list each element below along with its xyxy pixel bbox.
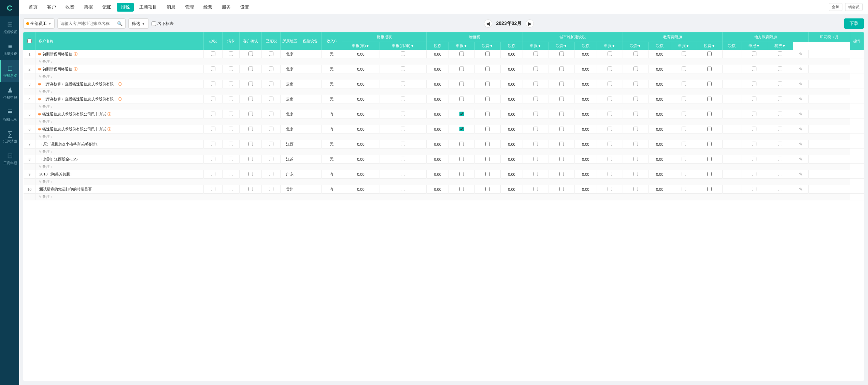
nav-biz[interactable]: 工商项目 <box>135 3 161 12</box>
city-declare-checkbox[interactable] <box>533 52 538 56</box>
stamp-declare-checkbox[interactable] <box>752 127 756 131</box>
clear-checkbox[interactable] <box>229 82 233 86</box>
info-icon[interactable]: ⓘ <box>118 97 122 102</box>
local-edu-declare-checkbox[interactable] <box>682 157 686 161</box>
city-fee-checkbox[interactable] <box>559 157 564 161</box>
local-edu-declare-checkbox[interactable] <box>682 97 686 101</box>
clear-checkbox[interactable] <box>229 142 233 146</box>
local-edu-fee-checkbox[interactable] <box>707 97 712 101</box>
edit-icon[interactable]: ✎ <box>799 172 803 177</box>
col-edu-fee[interactable]: 税费▼ <box>623 42 649 50</box>
vat-fee-checkbox[interactable] <box>485 112 490 116</box>
col-local-edu-fee[interactable]: 税费▼ <box>697 42 723 50</box>
stamp-declare-checkbox[interactable] <box>752 112 756 116</box>
paid-checkbox[interactable] <box>269 67 273 71</box>
paid-checkbox[interactable] <box>269 127 273 131</box>
sidebar-item-batch-tax[interactable]: ≡ 批量报税 <box>0 38 19 60</box>
city-fee-checkbox[interactable] <box>559 172 564 176</box>
edu-fee-checkbox[interactable] <box>634 82 638 86</box>
local-edu-fee-checkbox[interactable] <box>707 127 712 131</box>
nav-billing[interactable]: 收费 <box>61 3 79 12</box>
city-fee-checkbox[interactable] <box>559 97 564 101</box>
vat-declare-checkbox[interactable] <box>459 157 464 161</box>
stamp-declare-checkbox[interactable] <box>752 52 756 56</box>
local-edu-declare-checkbox[interactable] <box>682 127 686 131</box>
city-declare-checkbox[interactable] <box>533 97 538 101</box>
vat-fee-checkbox[interactable] <box>485 157 490 161</box>
nav-home[interactable]: 首页 <box>25 3 42 12</box>
local-edu-fee-checkbox[interactable] <box>707 52 712 56</box>
tax-copy-checkbox[interactable] <box>211 112 215 116</box>
quarterly-checkbox[interactable] <box>401 67 405 71</box>
tax-copy-checkbox[interactable] <box>211 97 215 101</box>
stamp-declare-checkbox[interactable] <box>752 67 756 71</box>
info-icon[interactable]: ⓘ <box>74 52 77 57</box>
confirm-checkbox[interactable] <box>248 112 253 116</box>
edit-icon[interactable]: ✎ <box>799 157 803 162</box>
info-icon[interactable]: ⓘ <box>118 82 122 87</box>
confirm-checkbox[interactable] <box>248 157 253 161</box>
edu-fee-checkbox[interactable] <box>634 97 638 101</box>
edu-declare-checkbox[interactable] <box>608 82 612 86</box>
edu-fee-checkbox[interactable] <box>634 157 638 161</box>
stamp-fee-checkbox[interactable] <box>778 172 782 176</box>
vat-fee-checkbox[interactable] <box>485 67 490 71</box>
city-fee-checkbox[interactable] <box>559 112 564 116</box>
local-edu-declare-checkbox[interactable] <box>682 67 686 71</box>
vat-fee-checkbox[interactable] <box>485 97 490 101</box>
local-edu-declare-checkbox[interactable] <box>682 187 686 191</box>
edu-declare-checkbox[interactable] <box>608 52 612 56</box>
tax-copy-checkbox[interactable] <box>211 82 215 86</box>
local-edu-declare-checkbox[interactable] <box>682 142 686 146</box>
edu-declare-checkbox[interactable] <box>608 112 612 116</box>
edit-icon[interactable]: ✎ <box>799 142 803 147</box>
local-edu-declare-checkbox[interactable] <box>682 52 686 56</box>
edu-declare-checkbox[interactable] <box>608 187 612 191</box>
stamp-fee-checkbox[interactable] <box>778 112 782 116</box>
tax-copy-checkbox[interactable] <box>211 157 215 161</box>
quarterly-checkbox[interactable] <box>401 172 405 176</box>
paid-checkbox[interactable] <box>269 187 273 191</box>
tax-copy-checkbox[interactable] <box>211 142 215 146</box>
info-icon[interactable]: ⓘ <box>108 112 111 117</box>
city-fee-checkbox[interactable] <box>559 127 564 131</box>
edu-fee-checkbox[interactable] <box>634 142 638 146</box>
edu-fee-checkbox[interactable] <box>634 127 638 131</box>
member-button[interactable]: 畅会员 <box>845 3 863 11</box>
name-table-checkbox[interactable] <box>152 22 156 26</box>
city-fee-checkbox[interactable] <box>559 82 564 86</box>
local-edu-fee-checkbox[interactable] <box>707 67 712 71</box>
city-declare-checkbox[interactable] <box>533 127 538 131</box>
search-box[interactable]: 🔍 <box>57 18 126 29</box>
nav-service[interactable]: 服务 <box>218 3 235 12</box>
fullscreen-button[interactable]: 全屏 <box>829 3 842 11</box>
stamp-declare-checkbox[interactable] <box>752 187 756 191</box>
quarterly-checkbox[interactable] <box>401 142 405 146</box>
vat-declare-checkbox[interactable] <box>459 142 464 146</box>
city-fee-checkbox[interactable] <box>559 67 564 71</box>
stamp-fee-checkbox[interactable] <box>778 82 782 86</box>
local-edu-fee-checkbox[interactable] <box>707 157 712 161</box>
local-edu-declare-checkbox[interactable] <box>682 172 686 176</box>
vat-declare-checkbox[interactable] <box>459 187 464 191</box>
clear-checkbox[interactable] <box>229 67 233 71</box>
confirm-checkbox[interactable] <box>248 187 253 191</box>
edu-declare-checkbox[interactable] <box>608 67 612 71</box>
city-declare-checkbox[interactable] <box>533 142 538 146</box>
nav-message[interactable]: 消息 <box>162 3 180 12</box>
city-declare-checkbox[interactable] <box>533 82 538 86</box>
nav-manage[interactable]: 管理 <box>181 3 198 12</box>
sidebar-item-tax-settings[interactable]: ⊞ 报税设置 <box>0 16 19 38</box>
tax-copy-checkbox[interactable] <box>211 52 215 56</box>
clear-checkbox[interactable] <box>229 187 233 191</box>
confirm-checkbox[interactable] <box>248 127 253 131</box>
filter-button[interactable]: 筛选 ▼ <box>128 18 149 29</box>
quarterly-checkbox[interactable] <box>401 157 405 161</box>
confirm-checkbox[interactable] <box>248 67 253 71</box>
sidebar-item-annual-settlement[interactable]: ∑ 汇算清缴 <box>0 126 19 147</box>
paid-checkbox[interactable] <box>269 82 273 86</box>
col-quarterly-header[interactable]: 申报(月/季)▼ <box>380 42 426 50</box>
city-declare-checkbox[interactable] <box>533 112 538 116</box>
quarterly-checkbox[interactable] <box>401 112 405 116</box>
edu-declare-checkbox[interactable] <box>608 97 612 101</box>
